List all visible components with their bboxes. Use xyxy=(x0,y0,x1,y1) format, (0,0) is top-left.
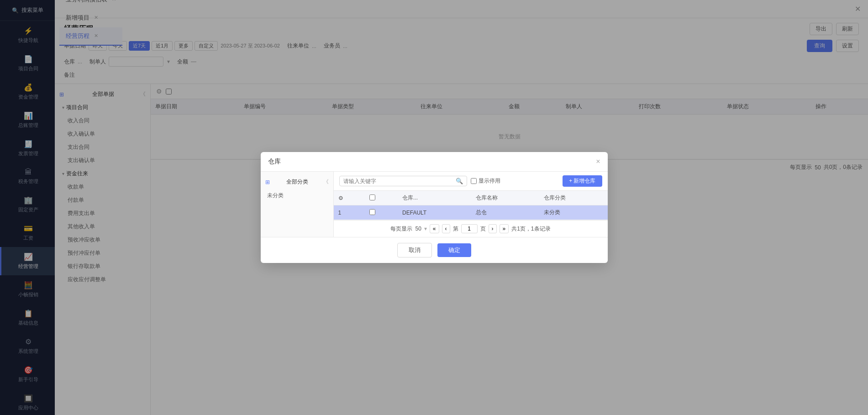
modal-page-size-value: 50 xyxy=(415,226,421,232)
modal-close-button[interactable]: × xyxy=(596,158,600,166)
warehouse-modal: 仓库 × ⊞ 全部分类 《 未分类 🔍 xyxy=(261,152,608,263)
modal-body: ⊞ 全部分类 《 未分类 🔍 显示停用 + 新增仓库 xyxy=(261,172,608,237)
modal-category-item-unclassified[interactable]: 未分类 xyxy=(261,189,333,203)
modal-page-label-pre: 第 xyxy=(453,225,458,233)
modal-table-wrap: ⚙仓库...仓库名称仓库分类 1 DEFAULT 总仓 未分类 xyxy=(334,191,608,220)
category-grid-icon: ⊞ xyxy=(265,179,270,185)
modal-first-page-btn[interactable]: « xyxy=(430,224,439,233)
modal-page-size-label: 每页显示 xyxy=(390,225,412,233)
modal-warehouse-table: ⚙仓库...仓库名称仓库分类 1 DEFAULT 总仓 未分类 xyxy=(334,191,608,220)
modal-prev-page-btn[interactable]: ‹ xyxy=(442,224,450,233)
modal-col-4: 仓库分类 xyxy=(539,191,607,205)
modal-search-icon: 🔍 xyxy=(456,178,463,184)
row-category: 未分类 xyxy=(539,205,607,220)
modal-toolbar: 🔍 显示停用 + 新增仓库 xyxy=(334,172,608,191)
modal-last-page-btn[interactable]: » xyxy=(500,224,509,233)
show-disabled-checkbox-label[interactable]: 显示停用 xyxy=(471,177,500,185)
modal-overlay: 仓库 × ⊞ 全部分类 《 未分类 🔍 xyxy=(0,0,868,415)
modal-category-title: 全部分类 xyxy=(286,178,308,186)
modal-search-input[interactable] xyxy=(343,178,454,184)
modal-search-box[interactable]: 🔍 xyxy=(339,176,467,186)
show-disabled-checkbox[interactable] xyxy=(471,178,477,184)
modal-cancel-button[interactable]: 取消 xyxy=(397,243,432,257)
modal-col-0: ⚙ xyxy=(334,191,365,205)
modal-category-collapse-icon[interactable]: 《 xyxy=(323,178,329,186)
row-code: DEFAULT xyxy=(398,205,471,220)
modal-footer: 取消 确定 xyxy=(261,237,608,263)
row-checkbox-cell[interactable] xyxy=(365,205,398,220)
modal-confirm-button[interactable]: 确定 xyxy=(437,243,471,257)
modal-col-3: 仓库名称 xyxy=(471,191,539,205)
modal-select-all[interactable] xyxy=(369,194,375,200)
modal-page-size-dropdown[interactable]: ▾ xyxy=(424,226,427,232)
modal-category-panel: ⊞ 全部分类 《 未分类 xyxy=(261,172,334,237)
modal-category-header[interactable]: ⊞ 全部分类 《 xyxy=(261,175,333,189)
settings-col-icon[interactable]: ⚙ xyxy=(338,195,343,201)
modal-header: 仓库 × xyxy=(261,152,608,172)
row-num: 1 xyxy=(334,205,365,220)
modal-page-input[interactable] xyxy=(461,224,478,233)
row-name: 总仓 xyxy=(471,205,539,220)
modal-table-row[interactable]: 1 DEFAULT 总仓 未分类 xyxy=(334,205,608,220)
modal-pagination: 每页显示 50 ▾ « ‹ 第 页 › » 共1页，1条记录 xyxy=(334,220,608,237)
modal-next-page-btn[interactable]: › xyxy=(489,224,497,233)
show-disabled-label: 显示停用 xyxy=(479,177,500,185)
modal-title: 仓库 xyxy=(268,158,281,166)
row-checkbox[interactable] xyxy=(369,209,375,215)
modal-col-1 xyxy=(365,191,398,205)
modal-col-2: 仓库... xyxy=(398,191,471,205)
add-warehouse-button[interactable]: + 新增仓库 xyxy=(563,175,602,187)
modal-table-panel: 🔍 显示停用 + 新增仓库 ⚙仓库...仓库名称仓库分类 1 DEFAU xyxy=(334,172,608,237)
modal-page-label: 页 xyxy=(480,225,486,233)
modal-total-label: 共1页，1条记录 xyxy=(511,225,550,233)
